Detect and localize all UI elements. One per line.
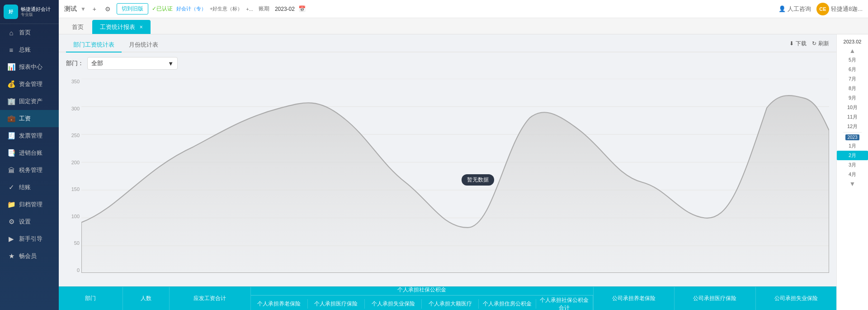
chart-svg [81, 79, 829, 273]
sidebar-item-assets[interactable]: 🏢 固定资产 [0, 93, 59, 110]
main-area: 测试 ▼ + ⚙ 切到旧版 ✓已认证 好会计（专） +好生意（标） +... 账… [59, 0, 868, 310]
tabs-row: 首页 工资统计报表 × [59, 18, 868, 34]
sidebar-item-close[interactable]: ✓ 结账 [0, 179, 59, 196]
y-label-250: 250 [71, 133, 80, 138]
avatar: CE [816, 3, 829, 15]
sidebar-item-reports[interactable]: 📊 报表中心 [0, 58, 59, 76]
chart-area: 350 300 250 200 150 100 50 0 [59, 74, 836, 286]
sidebar-item-ledger[interactable]: ≡ 总账 [0, 41, 59, 58]
tab-salary-report[interactable]: 工资统计报表 × [92, 20, 151, 34]
month-mar-2023[interactable]: 3月 [837, 160, 868, 170]
y-label-350: 350 [71, 79, 80, 84]
company-title: 测试 [64, 5, 77, 13]
month-aug[interactable]: 8月 [837, 84, 868, 93]
sidebar-label-tax: 税务管理 [19, 166, 42, 174]
sidebar-label-reports: 报表中心 [19, 63, 42, 71]
y-label-150: 150 [71, 186, 80, 192]
certified-badge: ✓已认证 [152, 5, 173, 13]
add-button[interactable]: + [90, 4, 99, 14]
panel-down-button[interactable]: ▼ [849, 179, 857, 188]
month-apr-2023[interactable]: 4月 [837, 170, 868, 179]
month-jun[interactable]: 6月 [837, 65, 868, 74]
th-personal-unemployment: 个人承担失业保险 [365, 299, 422, 309]
sub-tab-department[interactable]: 部门工资统计表 [66, 38, 122, 52]
panel-up-button[interactable]: ▲ [849, 46, 857, 55]
y-label-100: 100 [71, 214, 80, 219]
sidebar-label-assets: 固定资产 [19, 97, 42, 105]
y-label-0: 0 [77, 267, 80, 273]
right-panel: 2023.02 ▲ 5月 6月 7月 8月 9月 10月 11月 12月 202… [836, 34, 868, 310]
archive-icon: 📁 [7, 200, 15, 209]
tab-close-icon[interactable]: × [140, 24, 143, 30]
calendar-icon[interactable]: 📅 [298, 5, 306, 12]
chart-svg-wrapper: 暂无数据 [81, 79, 829, 273]
th-company-old-age: 公司承担养老保险 [594, 287, 675, 310]
topbar-right: 👤 人工咨询 CE 轻捷通8迦... [778, 3, 863, 15]
select-arrow-icon: ▼ [168, 60, 174, 67]
sales-icon: 📑 [7, 149, 15, 157]
sidebar-item-settings[interactable]: ⚙ 设置 [0, 213, 59, 230]
download-icon: ⬇ [789, 40, 794, 47]
th-personal-major-medical: 个人承担大额医疗 [422, 299, 479, 309]
th-department: 部门 [59, 287, 123, 310]
close-accounts-icon: ✓ [7, 183, 15, 191]
period-value: 2023-02 [275, 6, 295, 12]
month-sep[interactable]: 9月 [837, 93, 868, 103]
sidebar-label-invoice: 发票管理 [19, 132, 42, 140]
sidebar-item-salary[interactable]: 💼 工资 [0, 110, 59, 127]
salary-icon: 💼 [7, 114, 15, 123]
user-area[interactable]: CE 轻捷通8迦... [816, 3, 863, 15]
month-oct[interactable]: 10月 [837, 103, 868, 112]
tag-business: +好生意（标） [210, 5, 242, 12]
sub-tab-monthly[interactable]: 月份统计表 [122, 38, 165, 52]
logo-icon: 好 [4, 5, 18, 19]
content-body: 部门工资统计表 月份统计表 ⬇ 下载 ↻ 刷新 [59, 34, 868, 310]
sidebar-label-ledger: 总账 [19, 46, 31, 54]
month-nov[interactable]: 11月 [837, 112, 868, 122]
reports-icon: 📊 [7, 63, 15, 71]
sidebar-label-guide: 新手引导 [19, 235, 42, 243]
finance-icon: 💰 [7, 80, 15, 88]
help-button[interactable]: 👤 人工咨询 [778, 5, 811, 13]
user-name: 轻捷通8迦... [831, 5, 863, 13]
sidebar-item-member[interactable]: ★ 畅会员 [0, 248, 59, 265]
th-total-salary: 应发工资合计 [170, 287, 250, 310]
month-dec[interactable]: 12月 [837, 122, 868, 131]
month-jul[interactable]: 7月 [837, 74, 868, 84]
home-icon: ⌂ [7, 29, 15, 37]
settings-topbar-button[interactable]: ⚙ [103, 4, 113, 14]
th-company-unemployment: 公司承担失业保险 [756, 287, 836, 310]
switch-version-button[interactable]: 切到旧版 [117, 3, 148, 14]
department-select[interactable]: 全部 ▼ [87, 57, 178, 70]
tax-icon: 🏛 [7, 167, 15, 174]
month-jan-2023[interactable]: 1月 [837, 141, 868, 151]
sidebar-label-home: 首页 [19, 29, 31, 37]
sidebar-item-archive[interactable]: 📁 归档管理 [0, 196, 59, 213]
sidebar-item-sales[interactable]: 📑 进销台账 [0, 144, 59, 162]
sidebar-item-tax[interactable]: 🏛 税务管理 [0, 162, 59, 179]
tag-more: +... [246, 6, 253, 12]
th-personal-medical: 个人承担医疗保险 [308, 299, 365, 309]
download-button[interactable]: ⬇ 下载 [789, 40, 807, 48]
ledger-icon: ≡ [7, 46, 15, 54]
th-group-cols: 个人承担养老保险 个人承担医疗保险 个人承担失业保险 个人承担大额医疗 个人承担 [251, 296, 593, 310]
sidebar-item-finance[interactable]: 💰 资金管理 [0, 76, 59, 93]
sidebar-label-archive: 归档管理 [19, 200, 42, 209]
y-label-50: 50 [74, 240, 80, 246]
th-personal-housing-fund: 个人承担住房公积金 [479, 299, 536, 309]
refresh-button[interactable]: ↻ 刷新 [812, 40, 829, 48]
y-axis: 350 300 250 200 150 100 50 0 [66, 79, 80, 273]
help-label: 人工咨询 [788, 5, 811, 13]
sidebar-item-invoice[interactable]: 🧾 发票管理 [0, 127, 59, 144]
y-label-200: 200 [71, 160, 80, 165]
title-dropdown-icon[interactable]: ▼ [80, 6, 86, 12]
y-label-300: 300 [71, 106, 80, 111]
sidebar-label-finance: 资金管理 [19, 80, 42, 88]
sidebar-item-home[interactable]: ⌂ 首页 [0, 24, 59, 41]
tab-home[interactable]: 首页 [64, 20, 91, 34]
month-may[interactable]: 5月 [837, 55, 868, 65]
year-2023-label: 2023 [845, 134, 859, 140]
month-feb-2023[interactable]: 2月 [837, 151, 868, 160]
year-month-display: 2023.02 [837, 37, 868, 46]
sidebar-item-guide[interactable]: ▶ 新手引导 [0, 230, 59, 248]
